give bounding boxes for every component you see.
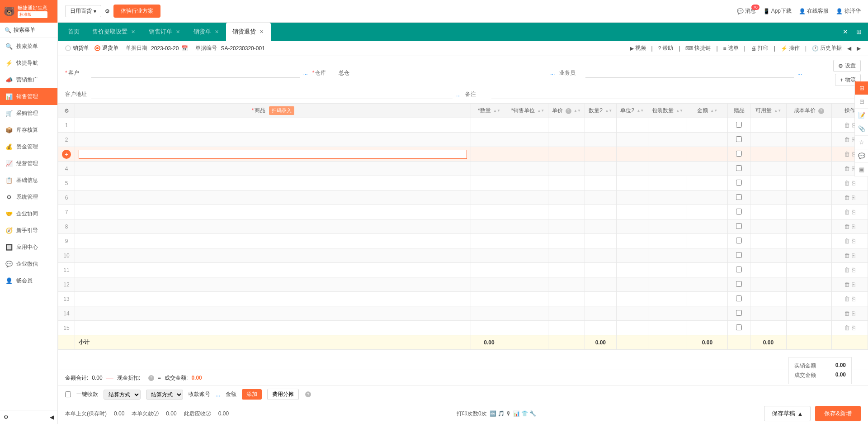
price-cell-13[interactable] — [548, 292, 585, 306]
gift-checkbox-9[interactable] — [736, 238, 742, 243]
costprice-cell-12[interactable] — [787, 277, 832, 292]
unit2-cell-15[interactable] — [616, 321, 648, 335]
delete-icon-13[interactable]: 🗑 — [844, 295, 850, 302]
add-payment-btn[interactable]: 添加 — [242, 389, 262, 400]
gift-cell-1[interactable] — [728, 118, 750, 133]
help-btn[interactable]: ? 帮助 — [658, 44, 674, 52]
qty-cell-14[interactable] — [471, 306, 507, 321]
copy-icon-12[interactable]: ⎘ — [852, 281, 855, 288]
attachment-btn[interactable]: 📎 — [855, 122, 868, 136]
gift-cell-14[interactable] — [728, 306, 750, 321]
copy-icon-10[interactable]: ⎘ — [852, 252, 855, 259]
sidebar-item-finance[interactable]: 💰资金管理 — [0, 138, 57, 155]
tab-home[interactable]: 首页 — [61, 23, 86, 41]
delete-icon-8[interactable]: 🗑 — [844, 223, 850, 230]
unit2-cell-7[interactable] — [616, 205, 648, 219]
copy-icon-14[interactable]: ⎘ — [852, 310, 855, 317]
avail-cell-13[interactable] — [750, 292, 787, 306]
amount-cell-7[interactable] — [687, 205, 728, 219]
unit2-cell-4[interactable] — [616, 162, 648, 176]
chat-panel-btn[interactable]: 💬 — [855, 149, 868, 163]
copy-icon-11[interactable]: ⎘ — [852, 267, 855, 273]
customer-lookup-btn[interactable]: ... — [303, 70, 308, 76]
gift-cell-11[interactable] — [728, 263, 750, 277]
shortcut-btn[interactable]: ⌨ 快捷键 — [685, 44, 711, 52]
qty2-cell-9[interactable] — [585, 234, 616, 248]
costprice-cell-4[interactable] — [787, 162, 832, 176]
pkgqty-cell-13[interactable] — [648, 292, 687, 306]
unit-cell-12[interactable] — [507, 277, 548, 292]
gift-checkbox-8[interactable] — [736, 223, 742, 229]
qty-cell-1[interactable] — [471, 118, 507, 133]
amount-cell-14[interactable] — [687, 306, 728, 321]
gift-cell-13[interactable] — [728, 292, 750, 306]
gift-checkbox-5[interactable] — [736, 180, 742, 186]
unit-cell-5[interactable] — [507, 176, 548, 191]
pkgqty-cell-8[interactable] — [648, 219, 687, 234]
costprice-cell-13[interactable] — [787, 292, 832, 306]
sidebar-item-apps[interactable]: 🔲应用中心 — [0, 239, 57, 256]
amount-cell-2[interactable] — [687, 133, 728, 147]
costprice-cell-7[interactable] — [787, 205, 832, 219]
costprice-cell-15[interactable] — [787, 321, 832, 335]
sidebar-item-purchase[interactable]: 🛒采购管理 — [0, 105, 57, 122]
qty-cell-11[interactable] — [471, 263, 507, 277]
avail-cell-9[interactable] — [750, 234, 787, 248]
customer-input[interactable] — [91, 68, 300, 78]
unit-cell-13[interactable] — [507, 292, 548, 306]
avail-cell-2[interactable] — [750, 133, 787, 147]
unit2-cell-8[interactable] — [616, 219, 648, 234]
address-input[interactable] — [91, 90, 453, 99]
qty-cell-2[interactable] — [471, 133, 507, 147]
qty2-cell-7[interactable] — [585, 205, 616, 219]
qty-cell-13[interactable] — [471, 292, 507, 306]
costprice-cell-1[interactable] — [787, 118, 832, 133]
category-select[interactable]: 日用百货 ▾ — [65, 5, 101, 17]
message-btn[interactable]: 💬 消息 70 — [737, 7, 756, 15]
scan-btn[interactable]: 扫码录入 — [269, 106, 294, 115]
nav-prev-btn[interactable]: ◀ — [847, 45, 851, 52]
gift-cell-15[interactable] — [728, 321, 750, 335]
costprice-cell-9[interactable] — [787, 234, 832, 248]
costprice-cell-2[interactable] — [787, 133, 832, 147]
tab-sales_order[interactable]: 销售订单✕ — [142, 23, 187, 41]
sidebar-item-guide[interactable]: 🧭新手引导 — [0, 222, 57, 239]
qty-cell-15[interactable] — [471, 321, 507, 335]
video-btn[interactable]: ▶ 视频 — [630, 44, 646, 52]
radio-delivery[interactable]: 销货单 — [65, 44, 89, 52]
online-service-btn[interactable]: 👤 在线客服 — [799, 7, 829, 15]
delete-icon-4[interactable]: 🗑 — [844, 165, 850, 172]
sidebar-item-shortcut[interactable]: ⚡快捷导航 — [0, 55, 57, 71]
unit-cell-4[interactable] — [507, 162, 548, 176]
qty2-cell-8[interactable] — [585, 219, 616, 234]
delete-icon-5[interactable]: 🗑 — [844, 180, 850, 186]
price-info-icon[interactable]: ? — [566, 108, 571, 114]
trial-button[interactable]: 体验行业方案 — [113, 5, 160, 18]
unit2-cell-1[interactable] — [616, 118, 648, 133]
col-gear[interactable]: ⚙ — [58, 104, 75, 118]
settings-gear-icon[interactable]: ⚙ — [105, 8, 110, 14]
add-row-btn[interactable]: + — [62, 150, 71, 159]
amount-sort[interactable]: ▲▼ — [710, 109, 717, 113]
copy-icon-5[interactable]: ⎘ — [852, 180, 855, 186]
price-cell-8[interactable] — [548, 219, 585, 234]
qty-sort[interactable]: ▲▼ — [493, 109, 500, 113]
scan-panel-btn[interactable]: ▣ — [855, 163, 868, 176]
tab-sales_return[interactable]: 销货退货✕ — [226, 23, 271, 41]
costprice-cell-6[interactable] — [787, 191, 832, 205]
delete-icon-9[interactable]: 🗑 — [844, 238, 850, 244]
avail-cell-5[interactable] — [750, 176, 787, 191]
pkgqty-cell-7[interactable] — [648, 205, 687, 219]
save-draft-btn[interactable]: 保存草稿 ▲ — [764, 406, 811, 421]
qty2-cell-15[interactable] — [585, 321, 616, 335]
price-cell-14[interactable] — [548, 306, 585, 321]
qty2-cell-12[interactable] — [585, 277, 616, 292]
avail-cell-1[interactable] — [750, 118, 787, 133]
pkgqty-cell-11[interactable] — [648, 263, 687, 277]
history-btn[interactable]: 🕐 历史单据 — [812, 44, 842, 52]
delete-icon-2[interactable]: 🗑 — [844, 136, 850, 143]
unit-cell-7[interactable] — [507, 205, 548, 219]
price-cell-6[interactable] — [548, 191, 585, 205]
copy-icon-9[interactable]: ⎘ — [852, 238, 855, 244]
qty2-cell-6[interactable] — [585, 191, 616, 205]
